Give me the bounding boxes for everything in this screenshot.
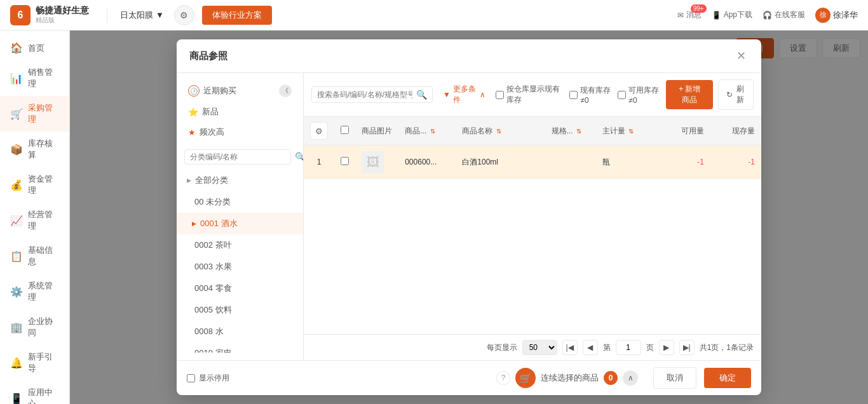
col-unit-label: 主计量 bbox=[602, 126, 625, 135]
modal-body: 🕒 近期购买 《 ⭐ 新品 ★ 频次高 bbox=[177, 73, 761, 360]
sidebar-item-sales[interactable]: 📊 销售管理 bbox=[0, 60, 69, 96]
new-products-label: 新品 bbox=[202, 106, 219, 118]
sidebar-item-home[interactable]: 🏠 首页 bbox=[0, 36, 69, 60]
cat-fruit[interactable]: 0003 水果 bbox=[177, 256, 303, 278]
cart-count: 0 bbox=[604, 371, 618, 385]
first-page-button[interactable]: |◀ bbox=[562, 340, 578, 355]
row-num: 1 bbox=[304, 145, 334, 179]
new-products-nav[interactable]: ⭐ 新品 bbox=[182, 102, 298, 121]
continuous-select-label: 连续选择的商品 bbox=[541, 372, 599, 384]
collapse-cart-button[interactable]: ∧ bbox=[623, 370, 638, 386]
trial-button[interactable]: 体验行业方案 bbox=[202, 6, 272, 25]
last-page-button[interactable]: ▶| bbox=[679, 340, 695, 355]
search-icon: 🔍 bbox=[416, 90, 427, 100]
col-stock-label: 现存量 bbox=[732, 126, 755, 135]
total-info: 共1页，1条记录 bbox=[700, 342, 754, 353]
category-search: 🔍 bbox=[177, 149, 303, 165]
available-stock-checkbox[interactable] bbox=[618, 91, 626, 99]
cat-tea[interactable]: 0002 茶叶 bbox=[177, 234, 303, 256]
show-disabled-checkbox[interactable] bbox=[187, 374, 195, 382]
modal-close-button[interactable]: ✕ bbox=[733, 48, 749, 64]
basic-icon: 📋 bbox=[10, 250, 23, 262]
col-spec-header[interactable]: 规格... ⇅ bbox=[545, 117, 596, 145]
sidebar-item-inventory[interactable]: 📦 库存核算 bbox=[0, 131, 69, 167]
recent-purchase-nav[interactable]: 🕒 近期购买 《 bbox=[182, 81, 298, 101]
current-stock-checkbox[interactable] bbox=[569, 91, 578, 99]
app-download-item[interactable]: 📱 App下载 bbox=[712, 10, 752, 20]
cat-snack[interactable]: 0004 零食 bbox=[177, 278, 303, 299]
show-disabled-wrap: 显示停用 bbox=[187, 373, 229, 384]
headset-icon: 🎧 bbox=[763, 11, 772, 20]
cancel-button[interactable]: 取消 bbox=[653, 367, 696, 389]
select-all-checkbox[interactable] bbox=[341, 126, 349, 134]
table-settings-button[interactable]: ⚙ bbox=[310, 122, 328, 140]
apps-icon: 📱 bbox=[10, 393, 23, 405]
add-product-button[interactable]: + 新增商品 bbox=[666, 80, 713, 109]
col-name-label: 商品名称 bbox=[462, 126, 492, 135]
cat-label: 0010 家电 bbox=[194, 347, 232, 353]
online-service-label: 在线客服 bbox=[775, 10, 805, 20]
logo-icon: 6 bbox=[10, 5, 31, 25]
col-checkbox-header bbox=[334, 117, 355, 145]
header-right: ✉ 消息 99+ 📱 App下载 🎧 在线客服 徐 徐泽华 bbox=[677, 8, 858, 23]
category-search-input[interactable] bbox=[184, 149, 291, 165]
cat-appliance[interactable]: 0010 家电 bbox=[177, 342, 303, 353]
cat-beverage[interactable]: 0005 饮料 bbox=[177, 299, 303, 321]
sidebar-item-guide[interactable]: 🔔 新手引导 bbox=[0, 345, 69, 380]
sidebar-item-label: 基础信息 bbox=[28, 245, 59, 267]
category-search-icon[interactable]: 🔍 bbox=[295, 152, 304, 162]
sidebar: 🏠 首页 📊 销售管理 🛒 采购管理 📦 库存核算 💰 资金管理 📈 经营管理 … bbox=[0, 30, 70, 404]
home-icon: 🏠 bbox=[10, 42, 23, 54]
more-filters-button[interactable]: ▼ 更多条件 ∧ bbox=[438, 81, 491, 108]
messages-badge: 99+ bbox=[691, 4, 707, 13]
cat-uncategorized[interactable]: 00 未分类 bbox=[177, 191, 303, 213]
col-code-header[interactable]: 商品... ⇅ bbox=[398, 117, 456, 145]
cat-label: 00 未分类 bbox=[194, 196, 231, 208]
sidebar-item-apps[interactable]: 📱 应用中心 bbox=[0, 380, 69, 404]
prev-page-button[interactable]: ◀ bbox=[583, 340, 598, 355]
warehouse-stock-checkbox[interactable] bbox=[496, 91, 504, 99]
per-page-label: 每页显示 bbox=[487, 342, 517, 353]
available-stock-filter[interactable]: 可用库存≠0 bbox=[618, 85, 661, 105]
store-selector[interactable]: 日太阳膜 ▼ bbox=[115, 7, 169, 24]
settings-button[interactable]: ⚙ bbox=[174, 5, 194, 25]
cat-water[interactable]: 0008 水 bbox=[177, 321, 303, 342]
product-search-input[interactable] bbox=[317, 90, 412, 99]
high-frequency-nav[interactable]: ★ 频次高 bbox=[182, 123, 298, 142]
user-profile[interactable]: 徐 徐泽华 bbox=[815, 8, 858, 23]
page-number-input[interactable] bbox=[616, 340, 641, 355]
col-name-header[interactable]: 商品名称 ⇅ bbox=[456, 117, 545, 145]
current-stock-filter[interactable]: 现有库存≠0 bbox=[569, 85, 613, 105]
sidebar-item-system[interactable]: ⚙️ 系统管理 bbox=[0, 274, 69, 309]
row-unit: 瓶 bbox=[596, 145, 647, 179]
online-service-item[interactable]: 🎧 在线客服 bbox=[763, 10, 805, 20]
sidebar-item-operations[interactable]: 📈 经营管理 bbox=[0, 203, 69, 238]
sidebar-item-basic-info[interactable]: 📋 基础信息 bbox=[0, 238, 69, 274]
cart-button[interactable]: 🛒 bbox=[515, 368, 536, 388]
warehouse-stock-filter[interactable]: 按仓库显示现有库存 bbox=[496, 84, 565, 105]
warehouse-stock-label: 按仓库显示现有库存 bbox=[506, 84, 565, 105]
sidebar-item-finance[interactable]: 💰 资金管理 bbox=[0, 167, 69, 203]
purchase-icon: 🛒 bbox=[10, 108, 23, 120]
sidebar-item-purchase[interactable]: 🛒 采购管理 bbox=[0, 96, 69, 131]
confirm-button[interactable]: 确定 bbox=[704, 368, 751, 388]
sidebar-item-label: 采购管理 bbox=[28, 102, 59, 125]
sidebar-item-enterprise[interactable]: 🏢 企业协同 bbox=[0, 309, 69, 345]
col-unit-header[interactable]: 主计量 ⇅ bbox=[596, 117, 647, 145]
cat-liquor[interactable]: ▶ 0001 酒水 bbox=[177, 213, 303, 234]
per-page-select[interactable]: 50 100 200 bbox=[522, 340, 557, 355]
help-icon[interactable]: ? bbox=[496, 371, 510, 385]
table-row[interactable]: 1 🖼 000600... 白酒100ml bbox=[304, 145, 761, 179]
modal-footer: 显示停用 ? 🛒 连续选择的商品 0 ∧ 取消 确定 bbox=[177, 360, 761, 395]
messages-item[interactable]: ✉ 消息 99+ bbox=[677, 10, 702, 20]
row-select-checkbox[interactable] bbox=[341, 157, 349, 165]
row-checkbox[interactable] bbox=[334, 145, 355, 179]
high-frequency-label: 频次高 bbox=[200, 126, 224, 138]
cat-all[interactable]: ▶ 全部分类 bbox=[177, 170, 303, 191]
next-page-button[interactable]: ▶ bbox=[659, 340, 674, 355]
main-layout: 🏠 首页 📊 销售管理 🛒 采购管理 📦 库存核算 💰 资金管理 📈 经营管理 … bbox=[0, 30, 868, 404]
collapse-icon[interactable]: 《 bbox=[279, 84, 292, 97]
refresh-button[interactable]: ↻ 刷新 bbox=[718, 79, 754, 110]
col-stock-header: 现存量 bbox=[710, 117, 761, 145]
sidebar-item-label: 新手引导 bbox=[28, 351, 59, 374]
